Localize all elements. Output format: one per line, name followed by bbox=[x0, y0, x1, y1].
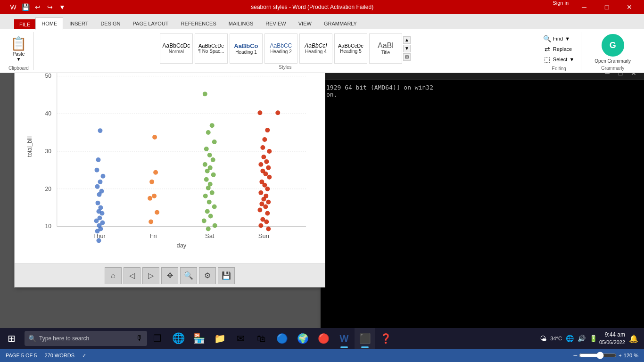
maximize-btn[interactable]: □ bbox=[596, 0, 618, 14]
svg-point-64 bbox=[202, 219, 206, 223]
svg-point-84 bbox=[261, 197, 266, 202]
grammarly-content: G Open Grammarly Grammarly bbox=[590, 32, 636, 73]
svg-point-20 bbox=[100, 174, 105, 179]
select-button[interactable]: ⬚ Select ▼ bbox=[542, 55, 576, 64]
svg-point-30 bbox=[94, 219, 99, 223]
paste-button[interactable]: 📋 Paste ▼ bbox=[8, 34, 29, 64]
find-button[interactable]: 🔍 Find ▼ bbox=[542, 34, 576, 43]
figure-toolbar: ⌂ ◁ ▷ ✥ 🔍 ⚙ 💾 bbox=[15, 263, 325, 287]
svg-point-71 bbox=[267, 149, 272, 154]
zoom-out-btn[interactable]: ─ bbox=[574, 353, 578, 358]
page-info: PAGE 5 OF 5 bbox=[6, 353, 37, 358]
svg-point-49 bbox=[207, 153, 212, 157]
tab-review[interactable]: REVIEW bbox=[259, 17, 292, 29]
grammarly-brand: Grammarly bbox=[601, 66, 624, 71]
taskbar-app-word[interactable]: W bbox=[334, 328, 355, 349]
ribbon-area: FILE HOME INSERT DESIGN PAGE LAYOUT REFE… bbox=[0, 14, 644, 73]
h5-preview: AaBbCcDc bbox=[338, 43, 363, 49]
tab-mailings[interactable]: MAILINGS bbox=[223, 17, 260, 29]
tab-home[interactable]: HOME bbox=[35, 17, 63, 30]
taskbar-app-explorer[interactable]: 📁 bbox=[209, 328, 230, 349]
zoom-in-btn[interactable]: + bbox=[619, 353, 621, 358]
tab-references[interactable]: REFERENCES bbox=[175, 17, 223, 29]
svg-text:day: day bbox=[176, 242, 186, 249]
status-right: ─ + 120 % bbox=[574, 352, 638, 359]
tab-grammarly[interactable]: GRAMMARLY bbox=[318, 17, 363, 29]
svg-point-77 bbox=[263, 172, 268, 176]
back-tool-btn[interactable]: ◁ bbox=[124, 267, 140, 284]
speaker-icon[interactable]: 🔊 bbox=[578, 335, 586, 342]
style-up-btn[interactable]: ▲ bbox=[403, 36, 411, 44]
battery-icon[interactable]: 🔋 bbox=[589, 335, 597, 342]
taskbar-app-edge[interactable]: 🌐 bbox=[168, 328, 189, 349]
tab-file[interactable]: FILE bbox=[14, 19, 35, 29]
svg-point-51 bbox=[203, 162, 207, 167]
undo-btn[interactable]: ↩ bbox=[32, 1, 43, 13]
time-display: 9:44 am bbox=[599, 331, 625, 339]
svg-point-54 bbox=[211, 173, 216, 177]
style-title[interactable]: AaBl Title bbox=[369, 33, 402, 64]
svg-text:total_bill: total_bill bbox=[26, 136, 33, 157]
taskbar-app-terminal[interactable]: ⬛ bbox=[355, 328, 375, 349]
tab-insert[interactable]: INSERT bbox=[63, 17, 94, 29]
svg-point-92 bbox=[258, 223, 263, 228]
taskbar-app-chrome[interactable]: 🔴 bbox=[313, 328, 334, 349]
tab-page-layout[interactable]: PAGE LAYOUT bbox=[127, 17, 175, 29]
style-heading1[interactable]: AaBbCo Heading 1 bbox=[230, 33, 263, 64]
clock[interactable]: 9:44 am 05/06/2022 bbox=[599, 331, 625, 346]
zoom-tool-btn[interactable]: 🔍 bbox=[180, 267, 197, 284]
style-heading4[interactable]: AaBbCcI Heading 4 bbox=[299, 33, 332, 64]
style-down-btn[interactable]: ▼ bbox=[403, 45, 411, 52]
network-icon[interactable]: 🌐 bbox=[566, 335, 574, 342]
editing-label: Editing bbox=[552, 66, 566, 71]
close-btn[interactable]: ✕ bbox=[619, 0, 640, 14]
style-expand-btn[interactable]: ⊞ bbox=[403, 53, 411, 61]
svg-point-73 bbox=[264, 159, 269, 164]
open-grammarly-btn[interactable]: G bbox=[602, 34, 624, 57]
tab-view[interactable]: VIEW bbox=[292, 17, 318, 29]
grammarly-section: G Open Grammarly Grammarly bbox=[590, 34, 636, 71]
style-normal[interactable]: AaBbCcDc Normal bbox=[160, 33, 193, 64]
save-figure-btn[interactable]: 💾 bbox=[218, 267, 235, 284]
style-no-spacing[interactable]: AaBbCcDc ¶ No Spac... bbox=[195, 33, 228, 64]
taskbar-app-chrome-canary[interactable]: 🔵 bbox=[272, 328, 292, 349]
taskbar-apps: ❐ 🌐 🏪 📁 ✉ 🛍 🔵 🌍 🔴 W ⬛ ❓ bbox=[147, 328, 396, 349]
settings-tool-btn[interactable]: ⚙ bbox=[199, 267, 216, 284]
sign-in-link[interactable]: Sign in bbox=[553, 0, 569, 14]
taskbar-search-icon: 🔍 bbox=[28, 335, 36, 342]
notification-btn[interactable]: 🔔 bbox=[627, 328, 640, 349]
taskbar-app-mail[interactable]: ✉ bbox=[230, 328, 251, 349]
grammarly-group: G Open Grammarly Grammarly bbox=[585, 32, 640, 70]
word-count: 270 WORDS bbox=[44, 353, 74, 358]
find-label: Find bbox=[553, 36, 563, 41]
replace-button[interactable]: ⇄ Replace bbox=[542, 44, 576, 54]
taskbar-app-unknown[interactable]: ❓ bbox=[375, 328, 396, 349]
pan-tool-btn[interactable]: ✥ bbox=[161, 267, 178, 284]
forward-tool-btn[interactable]: ▷ bbox=[142, 267, 159, 284]
zoom-control: ─ + 120 % bbox=[574, 352, 638, 359]
redo-btn[interactable]: ↪ bbox=[44, 1, 56, 13]
taskbar-app-store[interactable]: 🏪 bbox=[189, 328, 209, 349]
h1-label: Heading 1 bbox=[235, 49, 257, 55]
svg-point-87 bbox=[263, 205, 268, 209]
find-group: 🔍 Find ▼ ⇄ Replace ⬚ Select ▼ bbox=[542, 34, 576, 64]
taskbar-app-ms-store2[interactable]: 🛍 bbox=[251, 328, 272, 349]
dropdown-btn[interactable]: ▼ bbox=[57, 1, 68, 13]
tab-design[interactable]: DESIGN bbox=[94, 17, 126, 29]
taskbar-app-globe[interactable]: 🌍 bbox=[292, 328, 313, 349]
start-button[interactable]: ⊞ bbox=[0, 328, 23, 349]
taskbar-app-task-view[interactable]: ❐ bbox=[147, 328, 168, 349]
svg-point-63 bbox=[208, 214, 213, 219]
word-icon[interactable]: W bbox=[8, 1, 19, 13]
search-bar[interactable]: 🔍 Type here to search 🎙 bbox=[25, 331, 147, 346]
ribbon-tabs: FILE HOME INSERT DESIGN PAGE LAYOUT REFE… bbox=[0, 14, 644, 29]
style-heading5[interactable]: AaBbCcDc Heading 5 bbox=[334, 33, 367, 64]
minimize-btn[interactable]: ─ bbox=[573, 0, 595, 14]
svg-text:Fri: Fri bbox=[150, 232, 157, 239]
zoom-slider[interactable] bbox=[579, 352, 617, 359]
clipboard-content: 📋 Paste ▼ bbox=[8, 32, 29, 66]
svg-point-59 bbox=[203, 194, 208, 198]
style-heading2[interactable]: AaBbCC Heading 2 bbox=[264, 33, 297, 64]
home-tool-btn[interactable]: ⌂ bbox=[105, 267, 122, 284]
save-btn[interactable]: 💾 bbox=[20, 1, 31, 13]
